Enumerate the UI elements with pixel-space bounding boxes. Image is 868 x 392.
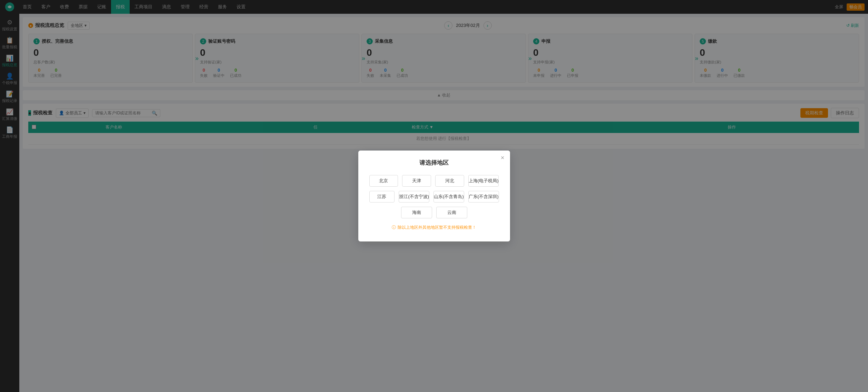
modal-close-btn[interactable]: × [501,155,505,161]
region-grid-row2: 江苏浙江(不含宁波)山东(不含青岛)广东(不含深圳) [369,191,499,203]
region-btn-浙江(不含宁波)[interactable]: 浙江(不含宁波) [399,191,429,203]
region-btn-海南[interactable]: 海南 [401,207,432,218]
region-btn-山东(不含青岛)[interactable]: 山东(不含青岛) [433,191,464,203]
region-btn-广东(不含深圳)[interactable]: 广东(不含深圳) [468,191,499,203]
region-btn-江苏[interactable]: 江苏 [369,191,395,203]
warning-icon: ⓘ [392,225,396,230]
region-btn-河北[interactable]: 河北 [435,175,464,187]
region-grid-row3: 海南云南 [369,207,499,218]
warning-text: 除以上地区外其他地区暂不支持报税检查！ [398,225,476,230]
region-btn-天津[interactable]: 天津 [402,175,431,187]
modal-warning: ⓘ 除以上地区外其他地区暂不支持报税检查！ [369,225,499,230]
modal-title: 请选择地区 [369,159,499,167]
region-grid-row1: 北京天津河北上海(电子税局) [369,175,499,187]
region-btn-云南[interactable]: 云南 [436,207,467,218]
modal-overlay: × 请选择地区 北京天津河北上海(电子税局) 江苏浙江(不含宁波)山东(不含青岛… [0,0,868,392]
region-btn-北京[interactable]: 北京 [369,175,398,187]
region-btn-上海(电子税局)[interactable]: 上海(电子税局) [468,175,499,187]
region-select-modal: × 请选择地区 北京天津河北上海(电子税局) 江苏浙江(不含宁波)山东(不含青岛… [358,151,510,241]
